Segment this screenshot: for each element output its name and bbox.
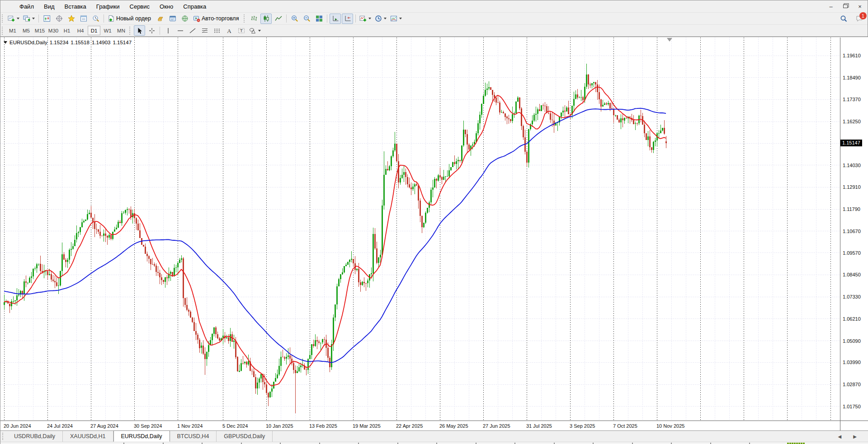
tool-shapes-button[interactable] <box>248 25 262 36</box>
dropdown-arrow-icon[interactable] <box>399 18 402 19</box>
tool-channel-button[interactable] <box>211 25 222 36</box>
zoom-in-button[interactable] <box>289 14 300 24</box>
market-watch-button[interactable] <box>41 14 52 24</box>
timeframe-h1-button[interactable]: H1 <box>61 26 73 35</box>
chart-tab-gbpusdd[interactable]: GBPUSDd,Daily <box>217 431 273 442</box>
chart-bars-button[interactable] <box>248 14 259 24</box>
timeframe-m1-button[interactable]: M1 <box>6 26 19 35</box>
menu-charts[interactable]: Графики <box>91 1 125 12</box>
search-icon <box>840 15 847 22</box>
periods-icon <box>375 15 382 22</box>
one-click-trading-arrow[interactable] <box>4 41 7 44</box>
timeframe-m30-button[interactable]: M30 <box>47 26 60 35</box>
timeframe-m15-button[interactable]: M15 <box>33 26 46 35</box>
trendline-icon <box>189 27 196 34</box>
minimize-button[interactable]: – <box>824 1 838 11</box>
close-button[interactable]: × <box>853 1 867 11</box>
dropdown-arrow-icon[interactable] <box>32 18 35 19</box>
editor-button[interactable] <box>167 14 179 24</box>
templates-button[interactable] <box>389 14 403 24</box>
price-axis[interactable]: 1.196101.184901.173701.162501.140301.129… <box>840 37 868 421</box>
chart-window: EURUSDd,Daily 1.15234 1.15518 1.14903 1.… <box>0 37 868 430</box>
toolbar-grip[interactable] <box>2 14 4 23</box>
timeframe-h4-button[interactable]: H4 <box>74 26 87 35</box>
vline-icon <box>165 27 172 34</box>
chart-tab-btcusd[interactable]: BTCUSD,H4 <box>170 431 217 442</box>
price-tick-label: 1.17370 <box>843 97 861 102</box>
indicators-button[interactable] <box>358 14 373 24</box>
chart-tab-eurusdd[interactable]: EURUSDd,Daily <box>113 430 170 442</box>
navigator-button[interactable] <box>66 14 77 24</box>
dropdown-arrow-icon[interactable] <box>17 18 19 19</box>
menu-insert[interactable]: Вставка <box>60 1 91 12</box>
zoom-out-button[interactable] <box>301 14 312 24</box>
restore-icon <box>843 5 848 8</box>
tile-windows-button[interactable] <box>313 14 325 24</box>
crosshair-icon <box>148 27 156 34</box>
chart-line-button[interactable] <box>273 14 284 24</box>
menu-window[interactable]: Окно <box>155 1 178 12</box>
tool-text-label-button[interactable]: T <box>236 25 247 36</box>
timeframe-d1-button[interactable]: D1 <box>88 26 100 35</box>
date-axis[interactable]: 20 Jun 202424 Jul 202427 Aug 202430 Sep … <box>0 421 840 431</box>
terminal-button[interactable] <box>78 14 89 24</box>
tabbar-grip <box>2 433 6 440</box>
notifications-button[interactable]: 1 <box>856 15 863 22</box>
tool-fibo-button[interactable] <box>199 25 210 36</box>
tabs-scroll-right-icon[interactable]: ▶ <box>853 434 857 439</box>
menu-view[interactable]: Вид <box>39 1 60 12</box>
strategy-tester-button[interactable] <box>90 14 101 24</box>
tool-cursor-button[interactable] <box>134 25 145 36</box>
dropdown-arrow-icon[interactable] <box>384 18 387 19</box>
timeframe-mn-button[interactable]: MN <box>115 26 127 35</box>
autotrade-icon <box>193 15 200 22</box>
tool-crosshair-button[interactable] <box>146 25 157 36</box>
chart-plot-area[interactable]: EURUSDd,Daily 1.15234 1.15518 1.14903 1.… <box>0 37 840 421</box>
toolbar-grip[interactable] <box>129 27 132 35</box>
tool-trendline-button[interactable] <box>187 25 198 36</box>
date-tick-label: 13 Feb 2025 <box>309 423 337 429</box>
shapes-icon <box>249 27 256 34</box>
date-tick-label: 22 Apr 2025 <box>396 423 423 429</box>
new-chart-button[interactable] <box>6 14 21 24</box>
periods-button[interactable] <box>373 14 388 24</box>
date-tick-label: 7 Oct 2025 <box>613 423 637 429</box>
timeframe-m5-button[interactable]: M5 <box>20 26 33 35</box>
autotrade-button[interactable]: Авто-торговля <box>192 14 242 24</box>
menu-file[interactable]: Файл <box>14 1 39 12</box>
chart-candles-icon <box>263 15 270 22</box>
chart-shift-button[interactable] <box>342 14 353 24</box>
chart-candles-button[interactable] <box>260 14 272 24</box>
profiles-button[interactable] <box>22 14 36 24</box>
chart-tab-usdrubd[interactable]: USDRUBd,Daily <box>7 431 63 442</box>
tool-vline-button[interactable] <box>162 25 174 36</box>
toolbar-grip[interactable] <box>244 14 246 23</box>
tool-hline-button[interactable] <box>175 25 186 36</box>
chart-shift-icon <box>344 15 351 22</box>
date-tick-label: 26 May 2025 <box>439 423 468 429</box>
toolbar-separator <box>355 14 356 23</box>
date-tick-label: 10 Nov 2025 <box>656 423 684 429</box>
menu-service[interactable]: Сервис <box>125 1 155 12</box>
auto-scroll-button[interactable] <box>330 14 341 24</box>
tabs-scroll-left-icon[interactable]: ◀ <box>838 434 842 439</box>
dropdown-arrow-icon[interactable] <box>368 18 371 19</box>
toolbar-grip[interactable] <box>2 27 4 35</box>
dropdown-arrow-icon[interactable] <box>258 30 261 32</box>
restore-button[interactable] <box>839 1 852 11</box>
community-button[interactable] <box>179 14 191 24</box>
metaeditor-button[interactable] <box>155 14 166 24</box>
new-order-button[interactable]: Новый ордер <box>106 14 154 24</box>
toolbar-separator <box>104 14 104 23</box>
search-button[interactable] <box>838 14 849 24</box>
chart-line-icon <box>275 15 282 22</box>
tool-text-button[interactable]: A <box>223 25 235 36</box>
menu-help[interactable]: Справка <box>178 1 211 12</box>
price-tick-label: 1.07330 <box>843 294 861 299</box>
terminal-icon <box>80 15 87 22</box>
notification-badge: 1 <box>859 12 867 19</box>
data-window-button[interactable] <box>53 14 65 24</box>
chart-high: 1.15518 <box>71 40 90 45</box>
chart-tab-xauusdd[interactable]: XAUUSDd,H1 <box>63 431 113 442</box>
timeframe-w1-button[interactable]: W1 <box>101 26 114 35</box>
